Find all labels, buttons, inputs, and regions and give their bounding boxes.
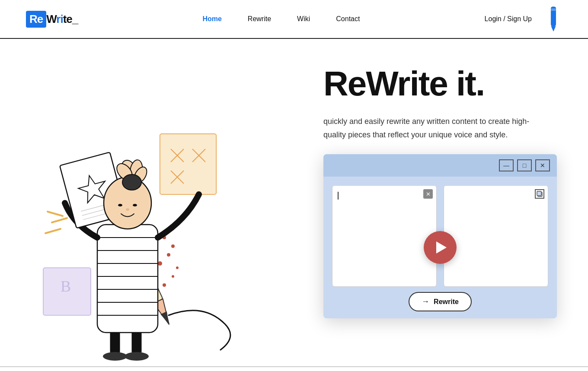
nav-link-wiki[interactable]: Wiki <box>297 15 310 22</box>
logo-write: Write_ <box>46 13 78 26</box>
nav-links: Home Rewrite Wiki Contact <box>202 15 360 23</box>
hero-right: ReWrite it. quickly and easily rewrite a… <box>323 39 588 367</box>
nav-right: Login / Sign Up <box>485 6 562 32</box>
logo-re: Re <box>26 11 46 28</box>
restore-button[interactable]: □ <box>517 159 532 171</box>
svg-point-21 <box>176 266 179 269</box>
svg-point-33 <box>125 352 149 361</box>
svg-point-32 <box>103 352 127 361</box>
logo[interactable]: Re Write_ <box>26 11 78 28</box>
arrow-icon: → <box>422 297 429 306</box>
svg-line-13 <box>48 212 63 216</box>
play-icon <box>436 241 447 254</box>
nav-item-home[interactable]: Home <box>202 15 221 23</box>
svg-point-53 <box>118 204 122 206</box>
clear-button[interactable]: ✕ <box>423 189 433 199</box>
login-link[interactable]: Login / Sign Up <box>485 15 532 23</box>
pen-icon <box>545 6 562 32</box>
hero-title: ReWrite it. <box>323 65 562 103</box>
ground-line <box>0 366 588 367</box>
svg-marker-1 <box>551 26 556 32</box>
window-body: ✕ <box>323 177 557 318</box>
hero-subtitle: quickly and easily rewrite any written c… <box>323 115 531 141</box>
svg-rect-2 <box>551 9 556 11</box>
window-titlebar: — □ ✕ <box>323 154 557 177</box>
close-button[interactable]: ✕ <box>535 159 550 171</box>
svg-rect-57 <box>537 191 541 196</box>
nav-link-contact[interactable]: Contact <box>336 15 360 22</box>
svg-rect-6 <box>160 134 216 194</box>
svg-line-14 <box>52 218 67 222</box>
rewrite-button[interactable]: → Rewrite <box>409 292 472 311</box>
navbar: Re Write_ Home Rewrite Wiki Contact Logi… <box>0 0 588 39</box>
svg-point-54 <box>133 204 137 206</box>
hero-illustration: B <box>17 56 259 367</box>
svg-point-23 <box>172 275 174 278</box>
copy-button[interactable] <box>535 189 544 199</box>
svg-point-24 <box>163 283 166 287</box>
svg-text:B: B <box>61 278 71 295</box>
rewrite-label: Rewrite <box>434 298 459 306</box>
svg-point-55 <box>126 208 129 211</box>
svg-rect-34 <box>97 225 158 333</box>
svg-point-17 <box>171 244 175 248</box>
nav-item-wiki[interactable]: Wiki <box>297 15 310 23</box>
svg-point-52 <box>122 174 141 190</box>
svg-point-20 <box>158 261 162 266</box>
nav-link-home[interactable]: Home <box>202 15 221 22</box>
nav-item-contact[interactable]: Contact <box>336 15 360 23</box>
rewrite-button-wrap: → Rewrite <box>409 292 472 311</box>
hero-left: B <box>0 39 323 367</box>
nav-link-rewrite[interactable]: Rewrite <box>248 15 271 22</box>
app-window: — □ ✕ ✕ <box>323 154 557 318</box>
svg-point-19 <box>167 253 170 257</box>
output-panel <box>444 185 548 287</box>
minimize-button[interactable]: — <box>499 159 514 171</box>
text-cursor <box>338 192 339 200</box>
svg-line-15 <box>45 229 61 233</box>
input-panel[interactable]: ✕ <box>332 185 437 287</box>
hero-section: B <box>0 39 588 367</box>
nav-item-rewrite[interactable]: Rewrite <box>248 15 271 23</box>
play-button[interactable] <box>424 231 457 264</box>
